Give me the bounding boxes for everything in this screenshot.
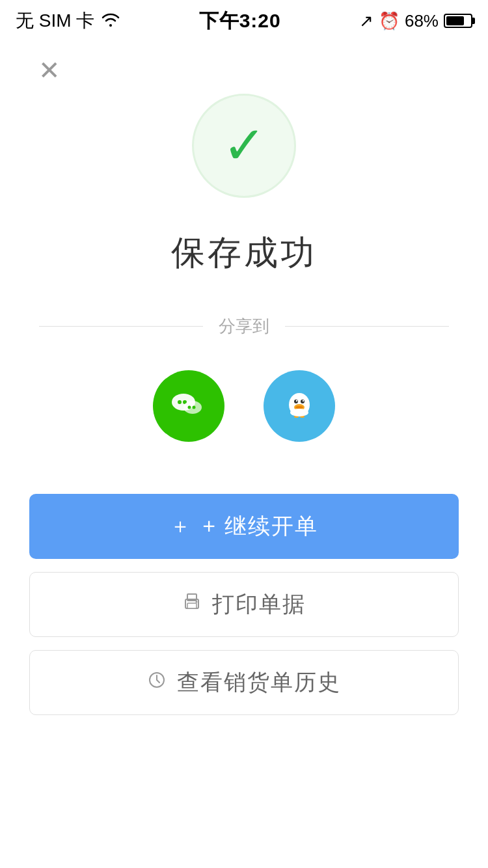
close-button[interactable]: ✕ [31,52,68,88]
wechat-share-button[interactable] [153,370,224,442]
status-right: ↗ ⏰ 68% [359,11,472,31]
divider-right [285,326,449,327]
svg-point-21 [196,601,198,603]
qq-share-button[interactable] [264,370,335,442]
svg-point-9 [294,400,298,403]
svg-point-4 [188,406,191,409]
continue-button[interactable]: ＋ + 继续开单 [29,494,459,559]
status-left: 无 SIM 卡 [16,8,120,33]
svg-point-1 [178,400,182,404]
svg-point-10 [301,400,305,403]
svg-point-12 [303,400,304,401]
status-bar: 无 SIM 卡 下午3:20 ↗ ⏰ 68% [0,0,488,42]
print-button[interactable]: 打印单据 [29,572,459,637]
checkmark-icon: ✓ [223,120,266,172]
svg-point-17 [290,409,308,416]
share-label: 分享到 [203,315,285,338]
share-divider: 分享到 [0,315,488,338]
history-label: 查看销货单历史 [177,668,341,698]
svg-point-11 [296,400,297,401]
location-icon: ↗ [359,11,373,31]
svg-point-5 [193,406,196,409]
qq-icon [280,387,319,426]
svg-rect-20 [187,603,197,608]
close-icon: ✕ [38,57,61,83]
wifi-icon [101,10,120,31]
share-icons-row [153,370,335,442]
main-content: ✓ 保存成功 分享到 [0,42,488,715]
success-title: 保存成功 [171,230,317,276]
history-icon [147,670,167,695]
continue-label: + 继续开单 [202,511,318,541]
battery-icon [444,14,472,28]
print-icon [182,592,202,617]
svg-point-14 [295,406,303,409]
no-sim-text: 无 SIM 卡 [16,8,94,33]
print-label: 打印单据 [212,590,306,619]
wechat-icon [168,385,210,427]
time-display: 下午3:20 [199,8,281,34]
battery-percentage: 68% [405,11,439,31]
history-button[interactable]: 查看销货单历史 [29,650,459,715]
success-circle: ✓ [192,94,296,198]
action-buttons: ＋ + 继续开单 打印单据 查看销货单历 [29,494,459,715]
divider-left [39,326,203,327]
plus-icon: ＋ [170,512,192,541]
alarm-icon: ⏰ [379,11,400,31]
